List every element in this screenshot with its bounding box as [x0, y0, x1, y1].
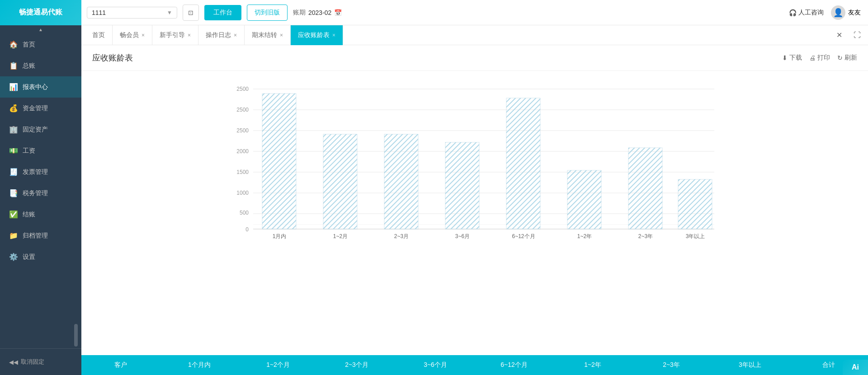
close-tab-button[interactable]: ✕	[832, 28, 846, 42]
tab-member[interactable]: 畅会员×	[113, 25, 152, 45]
table-header-month612: 6~12个月	[475, 361, 553, 369]
table-header-bar: 客户1个月内1~2个月2~3个月3~6个月6~12个月1~2年2~3年3年以上合…	[81, 355, 868, 375]
user-area[interactable]: 👤 友友	[831, 5, 861, 20]
svg-text:2500: 2500	[236, 86, 249, 92]
bar-month612	[506, 98, 540, 229]
sidebar-item-tax[interactable]: 📑税务管理	[0, 183, 81, 204]
sidebar-bottom: ◀◀ 取消固定	[0, 348, 81, 375]
sidebar-icon-archive: 📁	[9, 231, 18, 240]
tabs-actions: ✕ ⛶	[832, 28, 864, 42]
pin-icon: ◀◀	[9, 359, 18, 366]
sidebar-label-funds: 资金管理	[23, 104, 48, 112]
svg-text:3年以上: 3年以上	[686, 233, 705, 239]
tab-close-guide[interactable]: ×	[188, 32, 191, 38]
svg-text:0: 0	[245, 226, 249, 233]
sidebar-item-payroll[interactable]: 💵工资	[0, 140, 81, 161]
content-area: 首页畅会员×新手引导×操作日志×期末结转×应收账龄表× ✕ ⛶ 应收账龄表 ⬇ …	[81, 25, 868, 375]
sidebar-item-checkout[interactable]: ✅结账	[0, 204, 81, 225]
table-header-year23: 2~3年	[632, 361, 711, 369]
sidebar-icon-funds: 💰	[9, 104, 18, 112]
refresh-button[interactable]: ↻ 刷新	[837, 54, 857, 62]
tab-label-home: 首页	[92, 31, 105, 39]
archive-icon-btn[interactable]: ⊡	[183, 5, 199, 21]
sidebar-scroll-indicator	[74, 324, 78, 347]
tab-close-aging[interactable]: ×	[332, 32, 335, 38]
sidebar-label-home: 首页	[23, 41, 35, 49]
cancel-fixed-button[interactable]: ◀◀ 取消固定	[0, 353, 81, 370]
company-selector[interactable]: 1111 ▼	[87, 7, 177, 19]
cancel-fixed-label: 取消固定	[21, 358, 44, 366]
sidebar-label-tax: 税务管理	[23, 189, 48, 197]
page-title: 应收账龄表	[92, 52, 133, 63]
tab-aging[interactable]: 应收账龄表×	[291, 25, 343, 45]
bar-chart: 2500 2500 2500 2000 1500 1000 500 0	[92, 80, 857, 252]
tab-label-guide: 新手引导	[160, 31, 185, 39]
calendar-icon[interactable]: 📅	[334, 9, 342, 16]
sidebar-label-settings: 设置	[23, 253, 35, 261]
switch-version-button[interactable]: 切到旧版	[247, 5, 288, 21]
svg-text:1~2年: 1~2年	[577, 233, 592, 239]
bar-month1	[262, 94, 296, 229]
tab-period-end[interactable]: 期末结转×	[245, 25, 291, 45]
table-header-month23: 2~3个月	[317, 361, 396, 369]
period-value: 2023-02	[308, 9, 331, 16]
sidebar-icon-invoice: 🧾	[9, 168, 18, 176]
download-button[interactable]: ⬇ 下载	[782, 54, 802, 62]
header-right: 🎧 人工咨询 👤 友友	[789, 5, 861, 20]
user-avatar: 👤	[831, 5, 845, 20]
svg-text:1500: 1500	[236, 169, 249, 175]
period-label: 账期	[293, 9, 306, 17]
tab-close-period-end[interactable]: ×	[280, 32, 283, 38]
sidebar-item-settings[interactable]: ⚙️设置	[0, 246, 81, 267]
app-logo: 畅捷通易代账	[0, 0, 81, 25]
sidebar-icon-fixed-assets: 🏢	[9, 125, 18, 134]
user-name: 友友	[848, 9, 861, 17]
table-header-month1: 1个月内	[160, 361, 239, 369]
bar-month12	[323, 134, 357, 229]
ai-badge[interactable]: Ai	[843, 360, 868, 375]
table-header-year3plus: 3年以上	[711, 361, 789, 369]
refresh-icon: ↻	[837, 54, 843, 61]
svg-text:2~3月: 2~3月	[394, 233, 409, 239]
table-header-month36: 3~6个月	[396, 361, 475, 369]
sidebar-item-home[interactable]: 🏠首页	[0, 34, 81, 55]
tab-home[interactable]: 首页	[85, 25, 113, 45]
svg-text:2~3年: 2~3年	[638, 233, 653, 239]
consulting-button[interactable]: 🎧 人工咨询	[789, 9, 824, 17]
tab-guide[interactable]: 新手引导×	[152, 25, 198, 45]
svg-text:1~2月: 1~2月	[333, 233, 348, 239]
sidebar-label-ledger: 总账	[23, 62, 35, 70]
bar-year23	[628, 148, 662, 229]
sidebar-icon-payroll: 💵	[9, 146, 18, 155]
sidebar-item-fixed-assets[interactable]: 🏢固定资产	[0, 119, 81, 140]
main-layout: ▲ 🏠首页📋总账📊报表中心💰资金管理🏢固定资产💵工资🧾发票管理📑税务管理✅结账📁…	[0, 25, 868, 375]
workbench-button[interactable]: 工作台	[204, 5, 241, 20]
sidebar: ▲ 🏠首页📋总账📊报表中心💰资金管理🏢固定资产💵工资🧾发票管理📑税务管理✅结账📁…	[0, 25, 81, 375]
print-button[interactable]: 🖨 打印	[809, 54, 830, 62]
svg-text:500: 500	[240, 210, 249, 216]
bar-year12	[567, 170, 601, 229]
svg-text:2000: 2000	[236, 148, 249, 155]
tab-label-period-end: 期末结转	[252, 31, 277, 39]
page-content: 应收账龄表 ⬇ 下载 🖨 打印 ↻ 刷新	[81, 45, 868, 375]
tab-oplog[interactable]: 操作日志×	[198, 25, 245, 45]
tabs-bar: 首页畅会员×新手引导×操作日志×期末结转×应收账龄表× ✕ ⛶	[81, 25, 868, 45]
sidebar-item-ledger[interactable]: 📋总账	[0, 55, 81, 76]
table-header-customer: 客户	[81, 361, 160, 369]
tab-close-member[interactable]: ×	[142, 32, 145, 38]
top-header: 畅捷通易代账 1111 ▼ ⊡ 工作台 切到旧版 账期 2023-02 📅 🎧 …	[0, 0, 868, 25]
sidebar-label-fixed-assets: 固定资产	[23, 126, 48, 134]
tab-label-oplog: 操作日志	[206, 31, 231, 39]
bar-month23	[384, 134, 418, 229]
sidebar-icon-checkout: ✅	[9, 210, 18, 219]
sidebar-item-archive[interactable]: 📁归档管理	[0, 225, 81, 246]
sidebar-label-archive: 归档管理	[23, 232, 48, 240]
sidebar-item-reports[interactable]: 📊报表中心	[0, 76, 81, 98]
tab-close-oplog[interactable]: ×	[234, 32, 237, 38]
sidebar-item-invoice[interactable]: 🧾发票管理	[0, 161, 81, 183]
sidebar-icon-tax: 📑	[9, 189, 18, 197]
sidebar-item-funds[interactable]: 💰资金管理	[0, 98, 81, 119]
page-actions: ⬇ 下载 🖨 打印 ↻ 刷新	[782, 54, 857, 62]
expand-tab-button[interactable]: ⛶	[850, 28, 864, 42]
bar-month36	[445, 142, 479, 229]
